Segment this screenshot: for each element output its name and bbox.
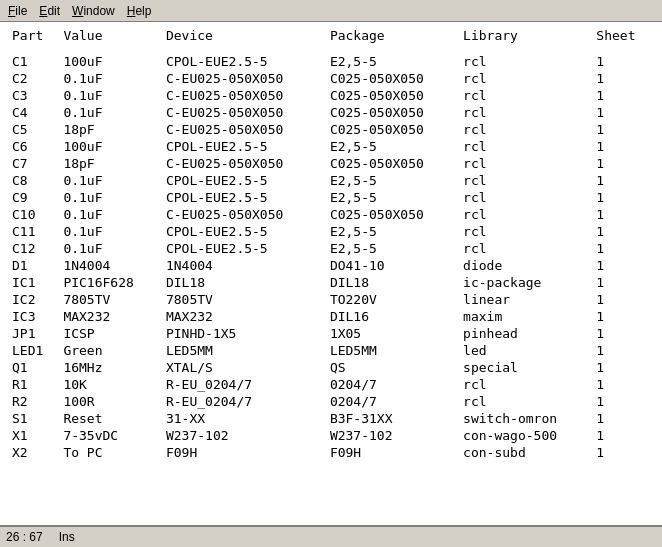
cell-device: LED5MM — [162, 342, 326, 359]
cell-sheet: 1 — [592, 121, 654, 138]
cell-package: 0204/7 — [326, 376, 459, 393]
cell-sheet: 1 — [592, 359, 654, 376]
table-container[interactable]: Part Value Device Package Library Sheet … — [0, 22, 662, 525]
cell-device: 7805TV — [162, 291, 326, 308]
cell-sheet: 1 — [592, 172, 654, 189]
status-mode: Ins — [59, 530, 75, 544]
cell-part: IC3 — [8, 308, 59, 325]
cell-device: CPOL-EUE2.5-5 — [162, 172, 326, 189]
cell-sheet: 1 — [592, 427, 654, 444]
cell-part: C2 — [8, 70, 59, 87]
cell-part: C6 — [8, 138, 59, 155]
cell-library: special — [459, 359, 592, 376]
cell-library: rcl — [459, 104, 592, 121]
cell-package: DIL16 — [326, 308, 459, 325]
cell-library: rcl — [459, 87, 592, 104]
cell-part: X2 — [8, 444, 59, 461]
cell-package: E2,5-5 — [326, 240, 459, 257]
cell-package: E2,5-5 — [326, 138, 459, 155]
cell-device: C-EU025-050X050 — [162, 70, 326, 87]
cell-part: IC1 — [8, 274, 59, 291]
cell-device: C-EU025-050X050 — [162, 104, 326, 121]
table-row: C1100uFCPOL-EUE2.5-5E2,5-5rcl1 — [8, 53, 654, 70]
cell-sheet: 1 — [592, 138, 654, 155]
cell-part: IC2 — [8, 291, 59, 308]
cell-sheet: 1 — [592, 206, 654, 223]
cell-package: DO41-10 — [326, 257, 459, 274]
cell-part: JP1 — [8, 325, 59, 342]
cell-package: QS — [326, 359, 459, 376]
cell-value: 1N4004 — [59, 257, 162, 274]
table-row: C6100uFCPOL-EUE2.5-5E2,5-5rcl1 — [8, 138, 654, 155]
cell-sheet: 1 — [592, 444, 654, 461]
cell-device: DIL18 — [162, 274, 326, 291]
menu-edit[interactable]: Edit — [33, 2, 66, 20]
cell-library: pinhead — [459, 325, 592, 342]
col-header-package: Package — [326, 26, 459, 47]
cell-sheet: 1 — [592, 291, 654, 308]
cell-device: R-EU_0204/7 — [162, 376, 326, 393]
cell-package: E2,5-5 — [326, 189, 459, 206]
cell-sheet: 1 — [592, 87, 654, 104]
table-row: Q116MHzXTAL/SQSspecial1 — [8, 359, 654, 376]
cell-sheet: 1 — [592, 308, 654, 325]
cell-value: 0.1uF — [59, 70, 162, 87]
cell-device: C-EU025-050X050 — [162, 87, 326, 104]
cell-library: rcl — [459, 393, 592, 410]
cell-part: C8 — [8, 172, 59, 189]
table-row: C718pFC-EU025-050X050C025-050X050rcl1 — [8, 155, 654, 172]
cell-device: F09H — [162, 444, 326, 461]
cell-library: rcl — [459, 240, 592, 257]
cell-value: 7-35vDC — [59, 427, 162, 444]
cell-package: E2,5-5 — [326, 223, 459, 240]
cell-part: C4 — [8, 104, 59, 121]
cell-package: C025-050X050 — [326, 87, 459, 104]
cell-package: B3F-31XX — [326, 410, 459, 427]
cell-device: CPOL-EUE2.5-5 — [162, 223, 326, 240]
cell-library: rcl — [459, 53, 592, 70]
cell-library: con-wago-500 — [459, 427, 592, 444]
cell-library: rcl — [459, 172, 592, 189]
table-row: X17-35vDCW237-102W237-102con-wago-5001 — [8, 427, 654, 444]
cell-device: CPOL-EUE2.5-5 — [162, 53, 326, 70]
table-row: R110KR-EU_0204/70204/7rcl1 — [8, 376, 654, 393]
cell-library: maxim — [459, 308, 592, 325]
cell-sheet: 1 — [592, 274, 654, 291]
table-row: C80.1uFCPOL-EUE2.5-5E2,5-5rcl1 — [8, 172, 654, 189]
table-row: C120.1uFCPOL-EUE2.5-5E2,5-5rcl1 — [8, 240, 654, 257]
table-row: C100.1uFC-EU025-050X050C025-050X050rcl1 — [8, 206, 654, 223]
menu-file[interactable]: File — [2, 2, 33, 20]
menu-window[interactable]: Window — [66, 2, 121, 20]
cell-value: 100R — [59, 393, 162, 410]
cell-sheet: 1 — [592, 393, 654, 410]
col-header-sheet: Sheet — [592, 26, 654, 47]
cell-library: rcl — [459, 223, 592, 240]
cell-package: TO220V — [326, 291, 459, 308]
cell-device: 31-XX — [162, 410, 326, 427]
cell-value: 0.1uF — [59, 240, 162, 257]
cell-value: 0.1uF — [59, 206, 162, 223]
cell-sheet: 1 — [592, 53, 654, 70]
cell-value: ICSP — [59, 325, 162, 342]
cell-sheet: 1 — [592, 376, 654, 393]
menu-help[interactable]: Help — [121, 2, 158, 20]
cell-part: R2 — [8, 393, 59, 410]
cell-value: 18pF — [59, 121, 162, 138]
cell-sheet: 1 — [592, 223, 654, 240]
cell-library: diode — [459, 257, 592, 274]
cell-part: C11 — [8, 223, 59, 240]
cell-package: C025-050X050 — [326, 121, 459, 138]
cell-package: C025-050X050 — [326, 155, 459, 172]
cell-value: 16MHz — [59, 359, 162, 376]
cell-value: 0.1uF — [59, 87, 162, 104]
cell-part: Q1 — [8, 359, 59, 376]
cell-library: rcl — [459, 70, 592, 87]
table-row: C40.1uFC-EU025-050X050C025-050X050rcl1 — [8, 104, 654, 121]
table-row: C20.1uFC-EU025-050X050C025-050X050rcl1 — [8, 70, 654, 87]
table-row: JP1ICSPPINHD-1X51X05pinhead1 — [8, 325, 654, 342]
cell-package: E2,5-5 — [326, 172, 459, 189]
cell-value: PIC16F628 — [59, 274, 162, 291]
cell-device: C-EU025-050X050 — [162, 155, 326, 172]
table-row: S1Reset31-XXB3F-31XXswitch-omron1 — [8, 410, 654, 427]
cell-library: rcl — [459, 189, 592, 206]
